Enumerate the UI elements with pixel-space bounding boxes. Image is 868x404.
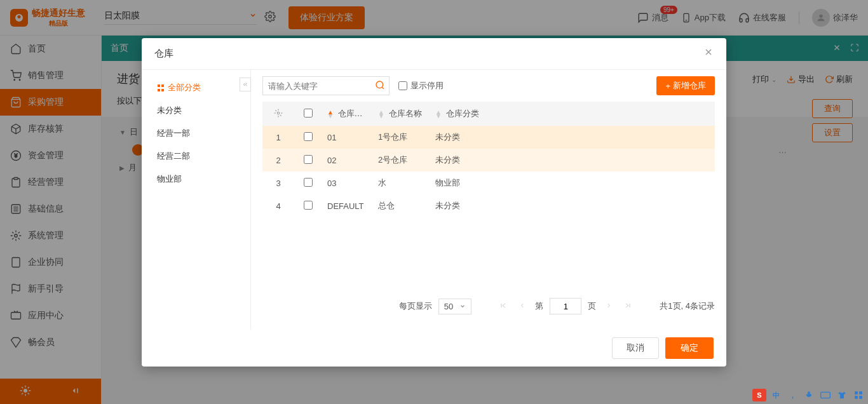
category-item-3[interactable]: 物业部 — [142, 168, 250, 191]
cell-category: 未分类 — [430, 126, 715, 149]
ime-tool-button[interactable] — [851, 389, 865, 401]
svg-point-31 — [376, 81, 383, 88]
table-row[interactable]: 4 DEFAULT 总仓 未分类 — [262, 194, 715, 217]
col-code-header[interactable]: ▲▼ 仓库… — [322, 102, 373, 126]
close-button[interactable] — [703, 47, 714, 60]
col-name-label: 仓库名称 — [389, 109, 422, 118]
modal-title: 仓库 — [154, 48, 173, 60]
cell-index: 4 — [262, 194, 294, 217]
category-all-label: 全部分类 — [168, 82, 201, 93]
svg-rect-39 — [859, 391, 862, 394]
row-checkbox[interactable] — [304, 178, 313, 187]
col-code-label: 仓库… — [338, 109, 363, 118]
search-box — [262, 76, 390, 95]
first-page-button[interactable] — [497, 302, 510, 311]
ime-skin-button[interactable] — [835, 389, 849, 401]
sort-icon: ▲▼ — [378, 111, 384, 118]
cancel-button[interactable]: 取消 — [612, 337, 659, 359]
category-item-2[interactable]: 经营二部 — [142, 145, 250, 168]
svg-point-33 — [277, 112, 280, 114]
modal-main: 显示停用 + 新增仓库 — [251, 70, 726, 330]
modal-footer: 取消 确定 — [142, 330, 726, 367]
prev-page-button[interactable] — [516, 302, 529, 311]
page-summary: 共1页, 4条记录 — [660, 300, 715, 312]
gear-icon — [274, 109, 283, 118]
warehouse-modal: 仓库 全部分类 未分类 经营一部 经营二部 物业部 — [142, 38, 726, 367]
col-category-label: 仓库分类 — [446, 109, 479, 118]
cell-name: 1号仓库 — [373, 126, 430, 149]
add-warehouse-button[interactable]: + 新增仓库 — [656, 76, 715, 95]
next-page-button[interactable] — [602, 302, 615, 311]
warehouse-table: ▲▼ 仓库… ▲▼ 仓库名称 ▲▼ 仓库分类 — [262, 102, 715, 217]
collapse-sidebar-button[interactable] — [240, 77, 251, 91]
col-category-header[interactable]: ▲▼ 仓库分类 — [430, 102, 715, 126]
select-all-checkbox[interactable] — [304, 109, 313, 118]
cell-name: 总仓 — [373, 194, 430, 217]
cell-index: 3 — [262, 172, 294, 194]
mic-icon — [804, 391, 813, 400]
chevron-down-icon — [459, 303, 466, 309]
close-icon — [703, 47, 714, 57]
table-row[interactable]: 3 03 水 物业部 — [262, 172, 715, 194]
cell-name: 水 — [373, 172, 430, 194]
modal-overlay: 仓库 全部分类 未分类 经营一部 经营二部 物业部 — [0, 0, 868, 404]
ime-mode-button[interactable]: 中 — [769, 389, 783, 401]
page-size-value: 50 — [444, 302, 453, 311]
row-checkbox[interactable] — [304, 132, 313, 141]
grid-icon — [157, 84, 164, 92]
cell-category: 未分类 — [430, 194, 715, 217]
table-row[interactable]: 1 01 1号仓库 未分类 — [262, 126, 715, 149]
show-disabled-checkbox[interactable] — [398, 81, 407, 90]
page-prefix: 第 — [535, 300, 543, 312]
sort-icon: ▲▼ — [327, 111, 334, 118]
ime-punct-button[interactable]: ， — [785, 389, 799, 401]
cell-code: DEFAULT — [322, 194, 373, 217]
search-input[interactable] — [268, 81, 375, 91]
show-disabled-checkbox-wrap[interactable]: 显示停用 — [398, 80, 444, 91]
chevron-right-icon — [605, 302, 613, 309]
page-size-select[interactable]: 50 — [438, 299, 471, 314]
last-page-button[interactable] — [621, 302, 634, 311]
sort-icon: ▲▼ — [435, 111, 442, 118]
row-checkbox[interactable] — [304, 155, 313, 164]
ime-sogou-icon[interactable]: S — [752, 389, 766, 401]
svg-rect-37 — [821, 392, 831, 398]
pagination: 每页显示 50 第 页 — [262, 289, 715, 323]
plus-icon: + — [665, 81, 670, 91]
search-button[interactable] — [375, 80, 385, 92]
cell-code: 03 — [322, 172, 373, 194]
page-suffix: 页 — [588, 300, 596, 312]
modal-header: 仓库 — [142, 38, 726, 70]
first-page-icon — [499, 302, 507, 309]
per-page-label: 每页显示 — [399, 300, 432, 312]
ime-voice-button[interactable] — [802, 389, 816, 401]
keyboard-icon — [820, 391, 831, 399]
show-disabled-label: 显示停用 — [410, 80, 444, 91]
search-icon — [375, 80, 385, 90]
category-all[interactable]: 全部分类 — [142, 76, 250, 99]
cell-name: 2号仓库 — [373, 149, 430, 172]
col-settings[interactable] — [262, 102, 294, 126]
category-item-0[interactable]: 未分类 — [142, 99, 250, 122]
svg-rect-38 — [855, 391, 858, 394]
category-sidebar: 全部分类 未分类 经营一部 经营二部 物业部 — [142, 70, 251, 330]
cell-category: 物业部 — [430, 172, 715, 194]
confirm-button[interactable]: 确定 — [665, 337, 714, 359]
page-input[interactable] — [550, 298, 581, 314]
modal-toolbar: 显示停用 + 新增仓库 — [262, 76, 715, 95]
svg-rect-40 — [855, 396, 858, 399]
table-row[interactable]: 2 02 2号仓库 未分类 — [262, 149, 715, 172]
svg-line-32 — [382, 87, 384, 89]
col-name-header[interactable]: ▲▼ 仓库名称 — [373, 102, 430, 126]
add-warehouse-label: 新增仓库 — [673, 80, 706, 91]
last-page-icon — [624, 302, 632, 309]
ime-kb-button[interactable] — [818, 389, 832, 401]
tshirt-icon — [837, 391, 846, 400]
ime-bar: S 中 ， — [752, 389, 865, 401]
category-item-1[interactable]: 经营一部 — [142, 122, 250, 145]
row-checkbox[interactable] — [304, 201, 313, 210]
cell-code: 01 — [322, 126, 373, 149]
svg-rect-41 — [859, 396, 862, 399]
cell-index: 2 — [262, 149, 294, 172]
table-header-row: ▲▼ 仓库… ▲▼ 仓库名称 ▲▼ 仓库分类 — [262, 102, 715, 126]
